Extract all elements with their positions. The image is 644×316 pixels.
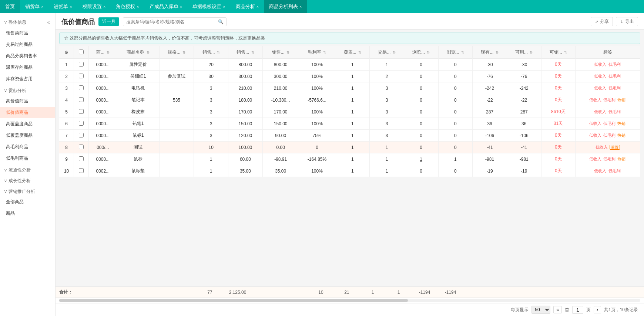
nav-close-permission[interactable]: ×: [103, 4, 105, 9]
th-sales2[interactable]: 销售... ⇅: [262, 46, 299, 59]
sidebar-item-sales-products[interactable]: 销售类商品: [0, 27, 55, 39]
row-checkbox[interactable]: [79, 156, 84, 161]
sidebar-item-high-value[interactable]: 高价值商品: [0, 95, 55, 107]
nav-product-analysis-list[interactable]: 商品分析列表 ×: [264, 0, 307, 13]
sidebar-item-low-value[interactable]: 低价值商品: [0, 107, 55, 118]
search-input[interactable]: [123, 17, 227, 26]
sidebar-item-slow[interactable]: 滞库存的商品: [0, 62, 55, 73]
cell-checkbox[interactable]: [74, 142, 89, 153]
nav-close-product-analysis-list[interactable]: ×: [299, 4, 302, 9]
first-page-btn[interactable]: «: [553, 306, 562, 313]
scroll-bar[interactable]: [59, 299, 640, 302]
select-all-checkbox[interactable]: [79, 50, 84, 54]
footer-qty: 77: [197, 290, 223, 295]
cell-tags: 低收入 低毛利: [576, 106, 640, 118]
cell-checkbox[interactable]: [74, 118, 89, 130]
nav-close-sales[interactable]: ×: [41, 4, 43, 9]
cell-checkbox[interactable]: [74, 82, 89, 94]
tag-label: 低收入: [594, 169, 606, 173]
row-checkbox[interactable]: [79, 168, 84, 173]
th-settings[interactable]: ⚙: [59, 46, 74, 59]
cell-browse1[interactable]: 1: [404, 153, 438, 165]
sidebar-item-traded[interactable]: 交易过的商品: [0, 39, 55, 50]
sidebar-collapse-overall[interactable]: «: [46, 18, 51, 26]
th-tags[interactable]: 标签: [576, 46, 640, 59]
sidebar-group-contribution[interactable]: ∨ 贡献分析: [0, 85, 55, 95]
nav-product-in[interactable]: 产成品入库单 ×: [144, 0, 187, 13]
row-checkbox[interactable]: [79, 133, 84, 137]
table-area[interactable]: ⚙ 商... ⇅ 商品名称 ⇅ 规格... ⇅ 销售... ⇅ 销售... ⇅ …: [59, 46, 640, 286]
footer-stock1: -1194: [412, 290, 437, 295]
cell-num: 7: [59, 130, 74, 142]
per-page-select[interactable]: 50 100: [531, 306, 550, 314]
th-trade[interactable]: 交易... ⇅: [370, 46, 404, 59]
nav-permission[interactable]: 权限设置 ×: [77, 0, 111, 13]
cell-trade: 1: [370, 59, 404, 71]
cell-checkbox[interactable]: [74, 59, 89, 71]
nav-product-analysis[interactable]: 商品分析 ×: [231, 0, 264, 13]
sidebar-item-high-coverage[interactable]: 高覆盖度商品: [0, 118, 55, 130]
cell-margin: 75%: [299, 130, 335, 142]
cell-trade: 3: [370, 130, 404, 142]
th-browse1[interactable]: 浏览... ⇅: [404, 46, 438, 59]
nav-role[interactable]: 角色授权 ×: [111, 0, 144, 13]
nav-close-product-analysis[interactable]: ×: [256, 4, 259, 9]
page-input[interactable]: [572, 306, 583, 314]
th-stock1[interactable]: 现有... ⇅: [473, 46, 507, 59]
th-stock2[interactable]: 可用... ⇅: [507, 46, 541, 59]
nav-sales[interactable]: 销货单 ×: [20, 0, 48, 13]
sidebar-item-low-margin[interactable]: 低毛利商品: [0, 153, 55, 164]
search-icon[interactable]: 🔍: [218, 19, 224, 24]
nav-close-purchase[interactable]: ×: [70, 4, 72, 9]
cell-checkbox[interactable]: [74, 165, 89, 177]
th-qty[interactable]: 销售... ⇅: [194, 46, 228, 59]
cell-sales1: 210.00: [228, 82, 263, 94]
th-available[interactable]: 可销... ⇅: [541, 46, 576, 59]
row-checkbox[interactable]: [79, 62, 84, 67]
th-coverage[interactable]: 覆盖... ⇅: [335, 46, 370, 59]
row-checkbox[interactable]: [79, 85, 84, 90]
nav-close-role[interactable]: ×: [137, 4, 139, 9]
row-checkbox[interactable]: [79, 109, 84, 114]
row-checkbox[interactable]: [79, 74, 84, 78]
th-name[interactable]: 商品名称 ⇅: [117, 46, 159, 59]
sidebar-item-new-products[interactable]: 新品: [0, 208, 55, 219]
cell-code: 0000...: [89, 71, 117, 82]
sidebar-group-growth[interactable]: ∨ 成长性分析: [0, 175, 55, 186]
cell-checkbox[interactable]: [74, 106, 89, 118]
row-checkbox[interactable]: [79, 145, 84, 149]
sidebar-item-capital[interactable]: 库存资金占用: [0, 73, 55, 85]
next-page-btn[interactable]: ›: [594, 306, 601, 313]
nav-purchase[interactable]: 进货单 ×: [48, 0, 77, 13]
export-button[interactable]: ⤓ 导出: [616, 17, 638, 26]
sidebar-group-overall[interactable]: ∨ 整体信息 «: [0, 16, 55, 27]
cell-checkbox[interactable]: [74, 130, 89, 142]
nav-close-product-in[interactable]: ×: [180, 4, 182, 9]
scroll-thumb[interactable]: [59, 299, 408, 302]
th-code[interactable]: 商... ⇅: [89, 46, 117, 59]
nav-template[interactable]: 单据模板设置 ×: [187, 0, 230, 13]
filter-recent-month[interactable]: 近一月: [98, 17, 119, 26]
nav-close-template[interactable]: ×: [223, 4, 225, 9]
th-browse2[interactable]: 浏览... ⇅: [438, 46, 473, 59]
cell-tags: 低收入 低毛利: [576, 59, 640, 71]
row-checkbox[interactable]: [79, 121, 84, 126]
sidebar-item-low-coverage[interactable]: 低覆盖度商品: [0, 130, 55, 141]
row-checkbox[interactable]: [79, 97, 84, 102]
th-spec[interactable]: 规格... ⇅: [159, 46, 194, 59]
share-button[interactable]: ↗ 分享: [591, 17, 613, 26]
nav-home[interactable]: 首页: [0, 0, 20, 13]
sidebar-item-category-rate[interactable]: 商品分类销售率: [0, 50, 55, 62]
tag-label: 低收入: [594, 62, 606, 67]
cell-checkbox[interactable]: [74, 94, 89, 106]
th-check[interactable]: [74, 46, 89, 59]
cell-checkbox[interactable]: [74, 71, 89, 82]
th-sales1[interactable]: 销售... ⇅: [228, 46, 263, 59]
cell-spec: [159, 165, 194, 177]
sidebar-item-high-margin[interactable]: 高毛利商品: [0, 141, 55, 153]
sidebar-item-all-products[interactable]: 全部商品: [0, 196, 55, 208]
cell-checkbox[interactable]: [74, 153, 89, 165]
th-margin[interactable]: 毛利率 ⇅: [299, 46, 335, 59]
sidebar-group-marketing[interactable]: ∨ 营销推广分析: [0, 186, 55, 196]
sidebar-group-flow[interactable]: ∨ 流通性分析: [0, 164, 55, 175]
